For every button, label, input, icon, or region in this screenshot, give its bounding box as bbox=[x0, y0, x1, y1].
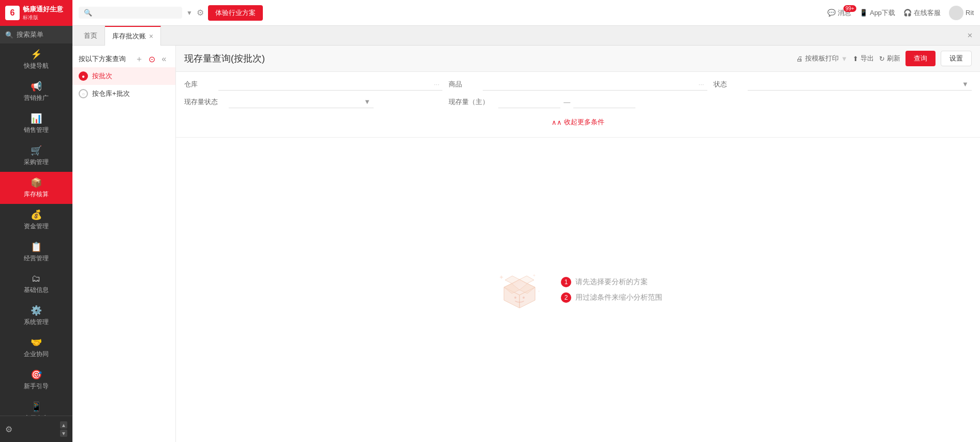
sidebar-item-purchase[interactable]: 🛒 采购管理 bbox=[0, 140, 72, 172]
sidebar-item-system[interactable]: ⚙️ 系统管理 bbox=[0, 300, 72, 332]
user-action[interactable]: Rit bbox=[949, 6, 974, 20]
add-scheme-btn[interactable]: ＋ bbox=[134, 54, 144, 64]
page-title: 现存量查询(按批次) bbox=[184, 52, 265, 65]
search-icon: 🔍 bbox=[5, 31, 13, 39]
edition-label: 标准版 bbox=[23, 14, 63, 21]
sidebar-item-marketing[interactable]: 📢 营销推广 bbox=[0, 76, 72, 108]
sidebar: 6 畅康通好生意 标准版 🔍 搜索菜单 ⚡ 快捷导航 📢 营销推广 📊 销售管理… bbox=[0, 0, 72, 442]
main-area: 🔍 ▼ ⚙ 体验行业方案 💬 消息 99+ 📱 App下载 🎧 在线客服 R bbox=[72, 0, 980, 442]
export-btn[interactable]: ⬆ 导出 bbox=[853, 54, 874, 63]
topbar-gear-icon[interactable]: ⚙ bbox=[197, 8, 204, 18]
tab-batch-label: 库存批次账 bbox=[112, 32, 146, 41]
scheme-by-warehouse-batch-label: 按仓库+批次 bbox=[92, 89, 130, 98]
user-name: Rit bbox=[966, 9, 974, 17]
sidebar-nav: ⚡ 快捷导航 📢 营销推广 📊 销售管理 🛒 采购管理 📦 库存核算 💰 资金管… bbox=[0, 43, 72, 416]
topbar-search-area[interactable]: 🔍 bbox=[79, 7, 182, 19]
marketing-icon: 📢 bbox=[31, 81, 42, 92]
panel-header: 按以下方案查询 ＋ ⊙ « bbox=[72, 51, 175, 67]
company-name: 畅康通好生意 bbox=[23, 5, 63, 14]
sidebar-item-enterprise[interactable]: 🤝 企业协同 bbox=[0, 332, 72, 364]
header-text: 畅康通好生意 标准版 bbox=[23, 5, 63, 21]
page-header-actions: 🖨 按模板打印 ▼ ⬆ 导出 ↻ 刷新 查询 设置 bbox=[796, 51, 972, 66]
stock-qty-max-input[interactable] bbox=[573, 96, 635, 108]
tip-1-text: 请先选择要分析的方案 bbox=[575, 277, 648, 287]
stock-qty-min-input[interactable] bbox=[498, 96, 560, 108]
sales-icon: 📊 bbox=[31, 113, 42, 124]
empty-tips: 1 请先选择要分析的方案 2 用过滤条件来缩小分析范围 bbox=[561, 277, 662, 303]
svg-text:✦: ✦ bbox=[538, 290, 540, 293]
sidebar-item-guide[interactable]: 🎯 新手引导 bbox=[0, 364, 72, 396]
app-download-action[interactable]: 📱 App下载 bbox=[859, 8, 895, 18]
status-arrow-icon: ▼ bbox=[962, 80, 969, 88]
export-icon: ⬆ bbox=[853, 55, 858, 63]
scroll-up-btn[interactable]: ▲ bbox=[60, 421, 67, 429]
settings-icon[interactable]: ⚙ bbox=[5, 424, 12, 434]
tab-batch-account[interactable]: 库存批次账 × bbox=[105, 26, 161, 46]
refresh-icon: ↻ bbox=[879, 55, 885, 63]
scroll-down-btn[interactable]: ▼ bbox=[60, 430, 67, 437]
messages-badge: 99+ bbox=[843, 5, 856, 12]
stock-qty-label: 现存量（主） bbox=[449, 97, 495, 107]
industry-btn[interactable]: 体验行业方案 bbox=[208, 5, 263, 21]
page-header: 现存量查询(按批次) 🖨 按模板打印 ▼ ⬆ 导出 ↻ 刷新 bbox=[176, 46, 980, 72]
tab-bar: 首页 库存批次账 × ✕ bbox=[72, 26, 980, 46]
inventory-icon: 📦 bbox=[31, 177, 42, 188]
sidebar-item-quick-nav[interactable]: ⚡ 快捷导航 bbox=[0, 43, 72, 76]
sidebar-search-label: 搜索菜单 bbox=[17, 30, 43, 39]
scheme-by-warehouse-batch[interactable]: ○ 按仓库+批次 bbox=[72, 85, 175, 102]
empty-tip-1: 1 请先选择要分析的方案 bbox=[561, 277, 662, 287]
messages-action[interactable]: 💬 消息 99+ bbox=[827, 8, 851, 18]
collapse-icon: ∧∧ bbox=[552, 119, 562, 126]
finance-icon: 💰 bbox=[31, 209, 42, 220]
tab-close-all-icon[interactable]: ✕ bbox=[963, 30, 976, 42]
filter-row-1: 仓库 ··· 商品 ··· 状态 bbox=[184, 78, 972, 91]
system-icon: ⚙️ bbox=[31, 305, 42, 316]
nav-label: 基础信息 bbox=[24, 286, 49, 294]
sidebar-item-business[interactable]: 📋 经营管理 bbox=[0, 236, 72, 268]
headset-icon: 🎧 bbox=[903, 9, 912, 17]
nav-label: 快捷导航 bbox=[24, 62, 49, 70]
collapse-panel-btn[interactable]: « bbox=[159, 54, 169, 64]
sidebar-item-inventory[interactable]: 📦 库存核算 bbox=[0, 172, 72, 204]
print-dropdown-icon[interactable]: ▼ bbox=[841, 55, 848, 63]
collapse-bar[interactable]: ∧∧ 收起更多条件 bbox=[184, 113, 972, 131]
scheme-settings-btn[interactable]: ⊙ bbox=[146, 54, 157, 64]
stock-qty-field: 现存量（主） — bbox=[449, 96, 707, 108]
warehouse-label: 仓库 bbox=[184, 80, 215, 89]
print-btn[interactable]: 🖨 按模板打印 ▼ bbox=[796, 54, 848, 63]
product-input[interactable]: ··· bbox=[483, 78, 707, 91]
status-field: 状态 ▼ bbox=[714, 78, 972, 91]
logo-icon: 6 bbox=[5, 6, 20, 20]
stock-status-select[interactable]: ▼ bbox=[229, 96, 374, 108]
warehouse-input[interactable]: ··· bbox=[218, 78, 442, 91]
status-select[interactable]: ▼ bbox=[748, 78, 972, 91]
sidebar-header: 6 畅康通好生意 标准版 bbox=[0, 0, 72, 26]
scheme-by-batch[interactable]: ● 按批次 bbox=[72, 67, 175, 85]
tab-close-icon[interactable]: × bbox=[149, 32, 153, 40]
warehouse-field: 仓库 ··· bbox=[184, 78, 442, 91]
online-service-action[interactable]: 🎧 在线客服 bbox=[903, 8, 941, 18]
sidebar-item-base[interactable]: 🗂 基础信息 bbox=[0, 268, 72, 300]
nav-label: 采购管理 bbox=[24, 158, 49, 167]
query-button[interactable]: 查询 bbox=[905, 51, 936, 66]
refresh-btn[interactable]: ↻ 刷新 bbox=[879, 54, 900, 63]
scheme-active-icon: ● bbox=[79, 71, 88, 81]
sidebar-item-app-center[interactable]: 📱 应用中心 bbox=[0, 396, 72, 416]
enterprise-icon: 🤝 bbox=[31, 337, 42, 348]
settings-button[interactable]: 设置 bbox=[941, 51, 972, 66]
purchase-icon: 🛒 bbox=[31, 145, 42, 156]
stock-status-arrow-icon: ▼ bbox=[364, 98, 370, 106]
sidebar-item-finance[interactable]: 💰 资金管理 bbox=[0, 204, 72, 236]
user-avatar bbox=[949, 6, 963, 20]
sidebar-search[interactable]: 🔍 搜索菜单 bbox=[0, 26, 72, 43]
sidebar-item-sales[interactable]: 📊 销售管理 bbox=[0, 108, 72, 140]
nav-label: 新手引导 bbox=[24, 382, 49, 391]
stock-status-field: 现存量状态 ▼ bbox=[184, 96, 442, 108]
base-icon: 🗂 bbox=[32, 273, 41, 284]
quick-nav-icon: ⚡ bbox=[31, 49, 42, 60]
tab-home[interactable]: 首页 bbox=[77, 26, 105, 46]
topbar-chevron-icon[interactable]: ▼ bbox=[186, 9, 192, 17]
right-panel: 现存量查询(按批次) 🖨 按模板打印 ▼ ⬆ 导出 ↻ 刷新 bbox=[176, 46, 980, 442]
topbar-search-input[interactable] bbox=[95, 9, 162, 17]
tip-2-text: 用过滤条件来缩小分析范围 bbox=[575, 293, 662, 302]
